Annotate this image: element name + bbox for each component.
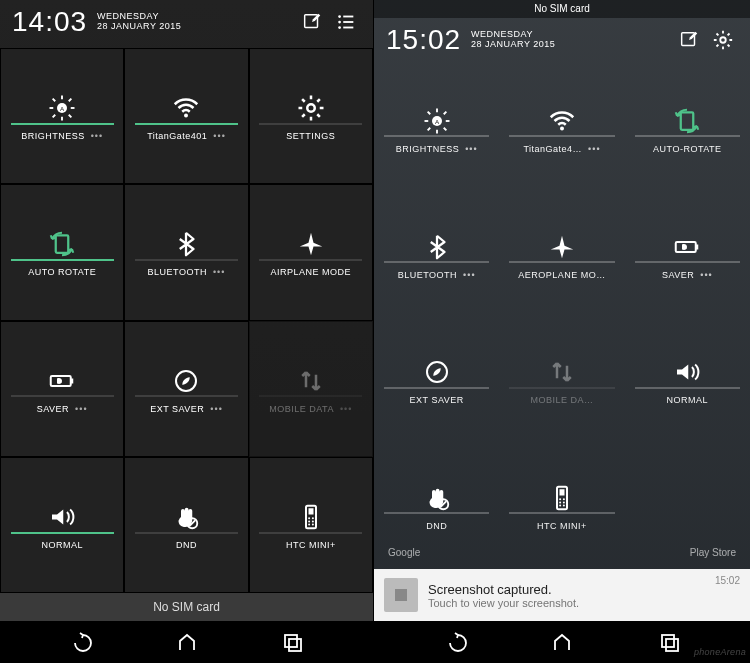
back-button[interactable] xyxy=(431,626,481,658)
screenshot-notification[interactable]: Screenshot captured. Touch to view your … xyxy=(374,569,750,621)
tile-underline xyxy=(509,135,614,137)
tile-underline xyxy=(384,135,489,137)
back-icon xyxy=(69,630,93,654)
tile-label-row: HTC MINI+ xyxy=(499,521,624,537)
tile-label-row: SETTINGS xyxy=(250,131,372,147)
qs-tile[interactable]: EXT SAVER xyxy=(374,318,499,444)
qs-tile[interactable]: TitanGate4…••• xyxy=(499,66,624,192)
tile-label-row: AUTO ROTATE xyxy=(1,267,123,283)
more-dots-icon[interactable]: ••• xyxy=(75,404,87,414)
recent-button[interactable] xyxy=(267,626,317,658)
tile-label-row: AUTO-ROTATE xyxy=(625,144,750,160)
tile-underline xyxy=(11,395,114,397)
date-text: 28 JANUARY 2015 xyxy=(471,40,555,50)
left-navbar xyxy=(0,621,373,663)
tile-underline xyxy=(635,261,740,263)
tile-underline xyxy=(11,123,114,125)
qs-tile[interactable]: AIRPLANE MODE xyxy=(249,184,373,320)
tile-underline xyxy=(384,512,489,514)
tile-underline xyxy=(135,532,238,534)
qs-tile[interactable]: AUTO ROTATE xyxy=(0,184,124,320)
qs-tile[interactable]: NORMAL xyxy=(0,457,124,593)
tile-label: BLUETOOTH xyxy=(398,270,457,280)
svg-rect-35 xyxy=(395,589,407,601)
tile-label-row: NORMAL xyxy=(1,540,123,556)
tile-underline xyxy=(259,259,362,261)
qs-tile[interactable]: DND xyxy=(374,443,499,569)
more-dots-icon[interactable]: ••• xyxy=(213,131,225,141)
edit-button[interactable] xyxy=(674,25,704,55)
edit-button[interactable] xyxy=(297,7,327,37)
more-dots-icon[interactable]: ••• xyxy=(340,404,352,414)
recent-icon xyxy=(280,630,304,654)
tile-label: AUTO ROTATE xyxy=(28,267,96,277)
tile-label: HTC MINI+ xyxy=(537,521,587,531)
more-dots-icon[interactable]: ••• xyxy=(700,270,712,280)
more-dots-icon[interactable]: ••• xyxy=(213,267,225,277)
list-button[interactable] xyxy=(331,7,361,37)
tile-underline xyxy=(384,387,489,389)
tile-underline xyxy=(135,123,238,125)
qs-tile[interactable]: SAVER••• xyxy=(625,192,750,318)
left-header: 14:03 WEDNESDAY 28 JANUARY 2015 xyxy=(0,0,373,48)
qs-tile[interactable]: EXT SAVER••• xyxy=(124,321,248,457)
qs-tile[interactable]: HTC MINI+ xyxy=(499,443,624,569)
home-button[interactable] xyxy=(162,626,212,658)
tile-underline xyxy=(635,135,740,137)
notif-title: Screenshot captured. xyxy=(428,582,740,597)
watermark-text: phoneArena xyxy=(694,647,746,657)
recent-button[interactable] xyxy=(644,626,694,658)
back-button[interactable] xyxy=(56,626,106,658)
qs-tile[interactable]: DND xyxy=(124,457,248,593)
tile-label: EXT SAVER xyxy=(150,404,204,414)
qs-tile[interactable]: BRIGHTNESS••• xyxy=(0,48,124,184)
tile-label-row: MOBILE DATA••• xyxy=(250,404,372,420)
right-phone-panel: No SIM card 15:02 WEDNESDAY 28 JANUARY 2… xyxy=(374,0,750,663)
qs-tile xyxy=(625,443,750,569)
more-dots-icon[interactable]: ••• xyxy=(210,404,222,414)
tile-label: HTC MINI+ xyxy=(286,540,336,550)
right-header: 15:02 WEDNESDAY 28 JANUARY 2015 xyxy=(374,18,750,66)
qs-tile[interactable]: BLUETOOTH••• xyxy=(374,192,499,318)
qs-tile[interactable]: SETTINGS xyxy=(249,48,373,184)
tile-underline xyxy=(259,532,362,534)
tile-underline xyxy=(509,512,614,514)
tile-underline xyxy=(259,395,362,397)
right-tiles-grid: BRIGHTNESS•••TitanGate4…•••AUTO-ROTATEBL… xyxy=(374,66,750,569)
clock-text: 14:03 xyxy=(12,6,87,38)
tile-label: BLUETOOTH xyxy=(148,267,207,277)
tile-label: EXT SAVER xyxy=(410,395,464,405)
tile-label-row: BRIGHTNESS••• xyxy=(374,144,499,160)
tile-label-row: AEROPLANE MO… xyxy=(499,270,624,286)
list-icon xyxy=(335,11,357,33)
tile-underline xyxy=(11,259,114,261)
clock-text: 15:02 xyxy=(386,24,461,56)
qs-tile[interactable]: AUTO-ROTATE xyxy=(625,66,750,192)
notif-text: Screenshot captured. Touch to view your … xyxy=(428,582,740,609)
back-icon xyxy=(444,630,468,654)
tile-label-row: MOBILE DA… xyxy=(499,395,624,411)
edit-icon xyxy=(301,11,323,33)
tile-label-row: DND xyxy=(125,540,247,556)
gear-icon xyxy=(712,29,734,51)
tile-underline xyxy=(509,387,614,389)
more-dots-icon[interactable]: ••• xyxy=(463,270,475,280)
qs-tile[interactable]: BLUETOOTH••• xyxy=(124,184,248,320)
more-dots-icon[interactable]: ••• xyxy=(465,144,477,154)
more-dots-icon[interactable]: ••• xyxy=(91,131,103,141)
qs-tile[interactable]: SAVER••• xyxy=(0,321,124,457)
tile-label: MOBILE DATA xyxy=(269,404,334,414)
qs-tile[interactable]: BRIGHTNESS••• xyxy=(374,66,499,192)
qs-tile[interactable]: MOBILE DATA••• xyxy=(249,321,373,457)
tile-label: SAVER xyxy=(662,270,694,280)
qs-tile[interactable]: NORMAL xyxy=(625,318,750,444)
qs-tile[interactable]: TitanGate401••• xyxy=(124,48,248,184)
qs-tile[interactable]: MOBILE DA… xyxy=(499,318,624,444)
more-dots-icon[interactable]: ••• xyxy=(588,144,600,154)
qs-tile[interactable]: AEROPLANE MO… xyxy=(499,192,624,318)
left-tiles-grid: BRIGHTNESS•••TitanGate401•••SETTINGSAUTO… xyxy=(0,48,373,593)
qs-tile[interactable]: HTC MINI+ xyxy=(249,457,373,593)
settings-button[interactable] xyxy=(708,25,738,55)
tile-label: AEROPLANE MO… xyxy=(518,270,606,280)
home-button[interactable] xyxy=(537,626,587,658)
